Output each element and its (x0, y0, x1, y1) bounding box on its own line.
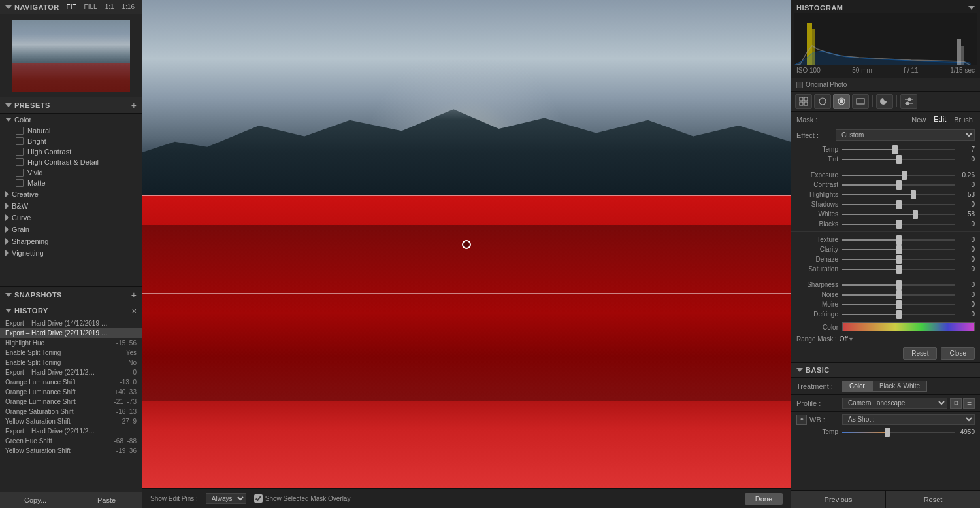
defringe-track[interactable] (842, 314, 955, 315)
wb-label: WB : (809, 416, 842, 424)
moon-icon (880, 97, 889, 106)
history-item-8[interactable]: Orange Luminance Shift -21 -73 (0, 397, 142, 407)
tint-track[interactable] (842, 159, 955, 160)
done-btn[interactable]: Done (745, 493, 783, 505)
preset-group-vignetting-header[interactable]: Vignetting (0, 247, 142, 259)
noise-track[interactable] (842, 294, 955, 296)
preset-natural[interactable]: Natural (0, 126, 142, 136)
history-item-2[interactable]: Highlight Hue -15 56 (0, 338, 142, 348)
history-item-6[interactable]: Orange Luminance Shift -13 0 (0, 377, 142, 387)
show-overlay-label[interactable]: Show Selected Mask Overlay (254, 494, 351, 503)
saturation-track[interactable] (842, 269, 955, 270)
sharpness-track[interactable] (842, 284, 955, 286)
exposure-track[interactable] (842, 175, 955, 176)
history-item-4[interactable]: Enable Split Toning No (0, 358, 142, 367)
effect-select[interactable]: Custom Linear Burn Exposure (836, 129, 975, 141)
preset-group-bw-header[interactable]: B&W (0, 200, 142, 212)
history-item-3[interactable]: Enable Split Toning Yes (0, 348, 142, 358)
temp-track[interactable] (842, 149, 955, 150)
history-item-11[interactable]: Export – Hard Drive (22/11/2019 12:19:..… (0, 426, 142, 436)
navigator-header[interactable]: Navigator FIT FILL 1:1 1:16 (0, 0, 142, 14)
svg-point-10 (840, 99, 843, 103)
shadows-track[interactable] (842, 204, 955, 205)
nav-fit-btn[interactable]: FIT (65, 3, 78, 11)
snapshots-header[interactable]: Snapshots + (0, 287, 142, 303)
preset-high-contrast[interactable]: High Contrast (0, 146, 142, 157)
show-edit-pins-select[interactable]: Always Never Auto (206, 493, 246, 504)
mask-new-btn[interactable]: New (909, 114, 928, 124)
preset-group-curve-header[interactable]: Curve (0, 212, 142, 224)
blacks-track[interactable] (842, 224, 955, 225)
preset-bright[interactable]: Bright (0, 136, 142, 146)
clarity-track[interactable] (842, 249, 955, 250)
preset-high-contrast-detail[interactable]: High Contrast & Detail (0, 157, 142, 167)
presets-header[interactable]: Presets + (0, 97, 142, 114)
history-header[interactable]: History × (0, 303, 142, 318)
history-section: History × Export – Hard Drive (14/12/201… (0, 303, 142, 492)
rect-tool-btn[interactable] (852, 94, 869, 109)
dot-tool-btn[interactable] (833, 94, 850, 109)
profile-list-view-btn[interactable]: ☰ (963, 398, 975, 409)
copy-btn[interactable]: Copy... (0, 492, 71, 508)
profile-row: Profile : Camera Landscape Camera Vivid … (791, 395, 980, 412)
previous-btn[interactable]: Previous (791, 491, 886, 508)
history-item-0[interactable]: Export – Hard Drive (14/12/2019 2:13:4..… (0, 318, 142, 328)
close-btn[interactable]: Close (941, 347, 975, 360)
nav-zoom-btn[interactable]: 1:16 (120, 3, 137, 11)
preset-vivid[interactable]: Vivid (0, 167, 142, 178)
circle-tool-btn[interactable] (814, 94, 831, 109)
dehaze-track[interactable] (842, 259, 955, 260)
presets-add-btn[interactable]: + (131, 100, 137, 110)
treatment-bw-btn[interactable]: Black & White (872, 381, 927, 392)
history-item-1[interactable]: Export – Hard Drive (22/11/2019 12:21:..… (0, 328, 142, 338)
contrast-track[interactable] (842, 184, 955, 186)
history-item-9[interactable]: Orange Saturation Shift -16 13 (0, 407, 142, 416)
snapshots-add-btn[interactable]: + (131, 290, 137, 300)
history-item-5[interactable]: Export – Hard Drive (22/11/2019 12:19:..… (0, 367, 142, 377)
wb-row: ✦ WB : As Shot : Auto Daylight Custom (791, 412, 980, 427)
preset-group-grain-header[interactable]: Grain (0, 224, 142, 235)
preset-group-color-header[interactable]: Color (0, 114, 142, 126)
paste-btn[interactable]: Paste (71, 492, 142, 508)
original-photo-checkbox[interactable] (796, 82, 803, 88)
nav-fill-btn[interactable]: FILL (82, 3, 99, 11)
basic-section-header[interactable]: Basic (791, 363, 980, 378)
history-item-13[interactable]: Yellow Saturation Shift -19 36 (0, 446, 142, 456)
mask-edit-btn[interactable]: Edit (932, 114, 948, 124)
color-swatch[interactable] (842, 322, 975, 331)
selection-point[interactable] (462, 240, 471, 249)
bw-group-expand-icon (5, 203, 9, 209)
show-overlay-checkbox[interactable] (254, 494, 263, 503)
history-item-7[interactable]: Orange Luminance Shift +40 33 (0, 387, 142, 397)
texture-track[interactable] (842, 239, 955, 241)
highlights-track[interactable] (842, 194, 955, 195)
navigator-collapse-icon (5, 5, 12, 9)
wb-select[interactable]: As Shot : Auto Daylight Custom (842, 414, 975, 425)
dot-icon (837, 97, 846, 106)
history-list: Export – Hard Drive (14/12/2019 2:13:4..… (0, 318, 142, 456)
history-item-10[interactable]: Yellow Saturation Shift -27 9 (0, 416, 142, 426)
history-collapse-icon (5, 309, 12, 313)
reset-btn[interactable]: Reset (903, 347, 937, 360)
preset-matte[interactable]: Matte (0, 178, 142, 188)
moon-tool-btn[interactable] (876, 94, 893, 109)
divider-3 (791, 277, 980, 277)
moire-track[interactable] (842, 304, 955, 305)
history-close-btn[interactable]: × (131, 306, 137, 316)
wb-eyedropper-icon[interactable]: ✦ (796, 415, 807, 425)
whites-track[interactable] (842, 214, 955, 215)
treatment-color-btn[interactable]: Color (842, 381, 872, 392)
preset-group-creative-header[interactable]: Creative (0, 188, 142, 200)
slider-tool-btn[interactable] (900, 94, 917, 109)
nav-1to1-btn[interactable]: 1:1 (103, 3, 116, 11)
profile-select[interactable]: Camera Landscape Camera Vivid Camera Sta… (842, 398, 947, 409)
history-item-12[interactable]: Green Hue Shift -68 -88 (0, 436, 142, 446)
bottom-reset-btn[interactable]: Reset (886, 491, 980, 508)
basic-temp-track[interactable] (842, 432, 955, 433)
mask-brush-btn[interactable]: Brush (952, 114, 975, 124)
grid-tool-btn[interactable] (795, 94, 812, 109)
action-buttons: Reset Close (791, 345, 980, 363)
preset-group-sharpening-header[interactable]: Sharpening (0, 235, 142, 247)
profile-grid-view-btn[interactable]: ⊞ (950, 398, 962, 409)
range-mask-dropdown-btn[interactable]: ▾ (849, 335, 853, 343)
